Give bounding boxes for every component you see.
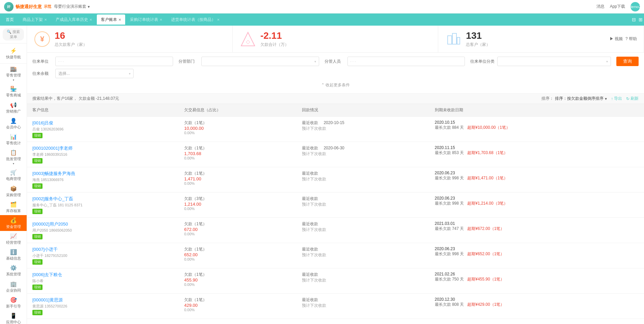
overdue-amount-3[interactable]: 超期¥1,214.00（3笔） [467, 201, 508, 206]
filter-row-1: 往来单位 ··· 分管部门 ▾ 分管人员 ··· [32, 57, 639, 66]
sidebar-item-batch-mgmt[interactable]: 📋 批发管理 ▾ [0, 147, 27, 167]
table-container: 客户信息 欠交易信息（占比） 回款情况 到期未收款日期 [0016]吕俊 吕俊 … [27, 104, 644, 324]
sidebar-item-sys-mgmt[interactable]: ⚙️ 系统管理 [0, 263, 27, 278]
tab-maximize-icon[interactable]: ⊞ [639, 17, 643, 22]
customer-tag-0: 现销 [32, 133, 43, 138]
close-product-inbound-icon[interactable]: ✕ [89, 18, 92, 22]
debt-count-2: 欠款（1笔） [184, 171, 291, 176]
export-button[interactable]: ↑ 导出 [611, 96, 622, 101]
overdue-amount-6[interactable]: 超期¥455.90（1笔） [467, 277, 504, 282]
col-header-customer-info: 客户信息 [27, 104, 179, 117]
app-download-btn[interactable]: App下载 [610, 4, 625, 9]
customer-phone-0: 吕俊 13026203696 [32, 127, 173, 132]
overdue-amount-5[interactable]: 超期¥652.00（1笔） [467, 252, 504, 256]
close-purchase-order-icon[interactable]: ✕ [160, 18, 162, 22]
query-button[interactable]: 查询 [616, 57, 639, 66]
customer-name-4[interactable]: [000002]用户2050 [32, 221, 173, 227]
sidebar-item-finance[interactable]: 💰 资金管理 [0, 215, 27, 231]
operations-icon: 📈 [10, 233, 17, 239]
cell-payment-status-0: 最近收款 2020-10-15 预计下次收款 [297, 117, 429, 142]
table-row: [0003]畅捷服务尹海燕 海燕 18513066976 现销 欠款（1笔） 1… [27, 167, 644, 193]
cell-customer-info-1: [0001020001]李老师 李老师 18600391516 现销 [27, 142, 179, 167]
sidebar-item-operations[interactable]: 📈 经营管理 [0, 231, 27, 247]
sidebar-item-member-center[interactable]: 👤 会员中心 [0, 116, 27, 131]
result-count: 搜索结果中，客户16家 [32, 96, 73, 101]
sidebar-item-inventory[interactable]: 🗂️ 库存核算 [0, 199, 27, 215]
sidebar-item-basic-info[interactable]: ℹ️ 基础信息 [0, 247, 27, 263]
refresh-button[interactable]: ↻ 刷新 [626, 96, 639, 101]
new-guide-icon: 🎯 [10, 297, 17, 303]
help-btn[interactable]: ? 帮助 [625, 36, 637, 42]
filter-manager-placeholder: ··· [351, 59, 357, 64]
filter-input-dept[interactable]: ▾ [201, 57, 319, 66]
user-avatar[interactable]: demo2 [631, 2, 640, 11]
sidebar-item-ecommerce[interactable]: 🛒 电商管理 [0, 167, 27, 183]
sidebar-item-marketing[interactable]: 📢 营销推广 [0, 100, 27, 116]
debt-percent-6: 0.00% [184, 283, 291, 287]
overdue-days-6: 最长欠款 750 天 [435, 277, 466, 282]
close-product-offsale-icon[interactable]: ✕ [44, 18, 47, 22]
filter-input-manager[interactable]: ··· [347, 57, 465, 66]
filter-input-from-unit[interactable]: ··· [55, 57, 173, 66]
sidebar-search-area[interactable]: 🔍 搜索菜单 [0, 26, 27, 43]
tenant-arrow-icon: ▾ [88, 4, 90, 9]
marketing-label: 营销推广 [6, 109, 21, 114]
app-subtitle: 示范 [44, 4, 51, 9]
customer-name-6[interactable]: [0006]去下粮仓 [32, 272, 173, 278]
debt-percent-7: 0.00% [184, 308, 291, 312]
batch-mgmt-label: 批发管理 [6, 157, 21, 161]
sidebar-item-app-center[interactable]: 📱 应用中心 [0, 311, 27, 324]
tab-product-inbound[interactable]: 产成品入库单历史 ✕ [52, 14, 96, 25]
sidebar-item-retail-stats[interactable]: 📊 零售统计 [0, 131, 27, 147]
tab-product-offsale[interactable]: 商品上下架 ✕ [19, 14, 51, 25]
result-summary: 搜索结果中，客户16家， 欠款金额 -21,148.07元 排序： 排序：按欠款… [27, 94, 644, 104]
customer-name-1[interactable]: [0001020001]李老师 [32, 145, 173, 151]
overdue-amount-1[interactable]: 超期¥1,703.68（1笔） [467, 150, 508, 155]
tab-purchase-order-label: 采购订单统计表 [130, 17, 158, 23]
debt-count-1: 欠款（1笔） [184, 145, 291, 151]
tenant-selector[interactable]: 母婴行业演示账套 ▾ [54, 4, 90, 9]
cell-customer-info-5: [0007]小迸千 小迸千 18279152100 现销 [27, 243, 179, 268]
message-btn[interactable]: 消息 [596, 4, 605, 9]
customer-name-3[interactable]: [0002]服务中心_丁磊 [32, 196, 173, 202]
tab-minimize-icon[interactable]: ⊟ [632, 17, 636, 22]
close-inbound-stats-icon[interactable]: ✕ [217, 18, 220, 22]
sidebar-item-quick-nav[interactable]: ⚡ 快捷导航 [0, 46, 27, 61]
tab-product-inbound-label: 产成品入库单历史 [56, 17, 88, 23]
next-payment-0: 预计下次收款 [302, 126, 424, 131]
overdue-amount-2[interactable]: 超期¥1,471.00（1笔） [467, 176, 508, 180]
col-header-debt-info: 欠交易信息（占比） [179, 104, 297, 117]
overdue-days-7: 最长欠款 808 天 [435, 302, 466, 307]
sort-selector[interactable]: 排序： 排序：按欠款金额倒序排序 ▾ [541, 96, 607, 101]
collapse-button[interactable]: ⌃ 收起更多条件 [32, 81, 639, 89]
tab-purchase-order[interactable]: 采购订单统计表 ✕ [126, 14, 166, 25]
filter-input-balance[interactable]: 选择... ▾ [55, 69, 134, 78]
next-payment-3: 预计下次收款 [302, 202, 424, 207]
close-customer-account-icon[interactable]: ✕ [118, 18, 121, 22]
sidebar-item-enterprise[interactable]: 🏢 企业协同 [0, 279, 27, 295]
table-body: [0016]吕俊 吕俊 13026203696 现销 欠款（1笔） 10,000… [27, 117, 644, 319]
overdue-amount-7[interactable]: 超期¥429.00（1笔） [467, 302, 504, 307]
sidebar-item-new-guide[interactable]: 🎯 新手引导 [0, 295, 27, 311]
cell-due-date-7: 2020.12.30 最长欠款 808 天 超期¥429.00（1笔） [429, 294, 644, 319]
filter-input-unit-category[interactable]: ▾ [497, 57, 611, 66]
table-row: [0006]去下粮仓 陈小希 现销 欠款（1笔） 455.90 0.00% 最近… [27, 268, 644, 294]
operations-label: 经营管理 [6, 240, 21, 245]
customer-name-0[interactable]: [0016]吕俊 [32, 120, 173, 126]
new-guide-label: 新手引导 [6, 304, 21, 308]
overdue-amount-4[interactable]: 超期¥672.00（1笔） [467, 226, 504, 231]
tab-inbound-stats[interactable]: 进货单统计表（按商品） ✕ [167, 14, 224, 25]
sidebar-item-retail-store[interactable]: 🏪 零售商城 [0, 84, 27, 99]
tab-home[interactable]: 首页 [2, 14, 18, 25]
customer-name-7[interactable]: [000001]黄思源 [32, 297, 173, 303]
video-btn[interactable]: ▶ 视频 [610, 36, 623, 42]
sidebar-search-box[interactable]: 🔍 搜索菜单 [3, 28, 24, 40]
customer-name-2[interactable]: [0003]畅捷服务尹海燕 [32, 171, 173, 177]
sidebar-item-purchase-mgmt[interactable]: 📦 采购管理 [0, 183, 27, 199]
cell-debt-info-3: 欠款（3笔） 1,214.00 0.00% [179, 193, 297, 218]
customer-name-5[interactable]: [0007]小迸千 [32, 246, 173, 253]
cell-due-date-0: 2020.10.15 最长欠款 884 天 超期¥10,000.00（1笔） [429, 117, 644, 142]
overdue-amount-0[interactable]: 超期¥10,000.00（1笔） [467, 125, 510, 130]
sidebar-item-retail-mgmt[interactable]: 🏬 零售管理 ▾ [0, 64, 27, 84]
tab-customer-account[interactable]: 客户账本 ✕ [97, 14, 125, 25]
